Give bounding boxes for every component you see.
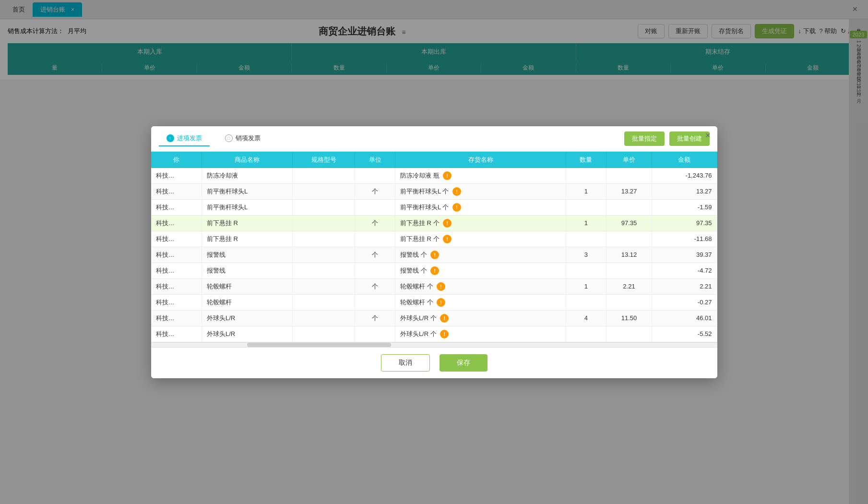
modal-close-button[interactable]: × xyxy=(705,131,711,140)
table-row: 科技… 报警线 个 报警线 个 ! 3 13.12 39.37 xyxy=(151,247,717,263)
cell-supplier: 科技… xyxy=(151,168,202,184)
cell-unit: 个 xyxy=(355,215,395,231)
cell-amount: 13.27 xyxy=(652,183,717,199)
cell-price: 13.12 xyxy=(606,247,652,263)
cell-qty xyxy=(566,231,606,247)
cell-qty: 1 xyxy=(566,278,606,294)
table-header-row: 你 商品名称 规格型号 单位 存货名称 数量 单价 金额 xyxy=(151,152,717,168)
modal-header: ↑ 进项发票 □ 销项发票 批量指定 批量创建 × xyxy=(151,126,717,152)
cell-spec xyxy=(293,247,355,263)
cell-supplier: 科技… xyxy=(151,199,202,215)
cell-amount: -5.52 xyxy=(652,326,717,342)
save-button[interactable]: 保存 xyxy=(440,354,488,372)
cell-unit xyxy=(355,199,395,215)
modal-dialog: ↑ 进项发票 □ 销项发票 批量指定 批量创建 × 你 商品名 xyxy=(151,126,717,378)
cell-inventory: 前平衡杆球头L 个 ! xyxy=(395,183,566,199)
tab-incoming-invoice[interactable]: ↑ 进项发票 xyxy=(159,131,210,146)
cell-amount: 39.37 xyxy=(652,247,717,263)
scrollbar-thumb[interactable] xyxy=(247,343,391,347)
cancel-button[interactable]: 取消 xyxy=(381,354,430,372)
cell-qty xyxy=(566,199,606,215)
cell-product: 外球头L/R xyxy=(202,326,292,342)
th-inventory-name: 存货名称 xyxy=(395,152,566,168)
warning-icon: ! xyxy=(443,219,452,228)
cell-inventory: 轮毂螺杆 个 ! xyxy=(395,294,566,310)
invoice-table: 你 商品名称 规格型号 单位 存货名称 数量 单价 金额 科技… 防冻冷却液 xyxy=(151,152,717,342)
modal-overlay: ↑ 进项发票 □ 销项发票 批量指定 批量创建 × 你 商品名 xyxy=(0,0,868,504)
cell-spec xyxy=(293,294,355,310)
cell-product: 前下悬挂 R xyxy=(202,215,292,231)
warning-icon: ! xyxy=(443,235,452,243)
table-body: 科技… 防冻冷却液 防冻冷却液 瓶 ! -1,243.76 科技… 前平衡杆球头… xyxy=(151,168,717,342)
cell-unit xyxy=(355,231,395,247)
cell-spec xyxy=(293,326,355,342)
cell-qty xyxy=(566,294,606,310)
cell-supplier: 科技… xyxy=(151,278,202,294)
tab-outgoing-invoice[interactable]: □ 销项发票 xyxy=(217,131,268,146)
cell-spec xyxy=(293,263,355,278)
cell-price: 97.35 xyxy=(606,215,652,231)
cell-amount: 97.35 xyxy=(652,215,717,231)
cell-supplier: 科技… xyxy=(151,263,202,278)
cell-amount: -4.72 xyxy=(652,263,717,278)
cell-amount: -1.59 xyxy=(652,199,717,215)
cell-inventory: 前下悬挂 R 个 ! xyxy=(395,231,566,247)
cell-product: 前平衡杆球头L xyxy=(202,183,292,199)
cell-spec xyxy=(293,310,355,326)
warning-icon: ! xyxy=(452,203,461,212)
cell-price: 13.27 xyxy=(606,183,652,199)
warning-icon: ! xyxy=(443,171,452,180)
th-product-name: 商品名称 xyxy=(202,152,292,168)
cell-qty xyxy=(566,168,606,184)
table-row: 科技… 轮毂螺杆 个 轮毂螺杆 个 ! 1 2.21 2.21 xyxy=(151,278,717,294)
horizontal-scrollbar[interactable] xyxy=(151,342,717,347)
warning-icon: ! xyxy=(440,314,449,323)
cell-amount: -0.27 xyxy=(652,294,717,310)
batch-assign-button[interactable]: 批量指定 xyxy=(624,132,665,146)
cell-supplier: 科技… xyxy=(151,215,202,231)
cell-product: 外球头L/R xyxy=(202,310,292,326)
warning-icon: ! xyxy=(430,266,439,275)
cell-qty: 4 xyxy=(566,310,606,326)
cell-spec xyxy=(293,215,355,231)
th-price: 单价 xyxy=(606,152,652,168)
cell-qty: 3 xyxy=(566,247,606,263)
cell-supplier: 科技… xyxy=(151,326,202,342)
cell-product: 防冻冷却液 xyxy=(202,168,292,184)
table-row: 科技… 前平衡杆球头L 个 前平衡杆球头L 个 ! 1 13.27 13.27 xyxy=(151,183,717,199)
cell-inventory: 外球头L/R 个 ! xyxy=(395,310,566,326)
th-supplier: 你 xyxy=(151,152,202,168)
cell-unit xyxy=(355,168,395,184)
warning-icon: ! xyxy=(437,282,445,291)
batch-create-button[interactable]: 批量创建 xyxy=(669,132,710,146)
cell-inventory: 轮毂螺杆 个 ! xyxy=(395,278,566,294)
table-wrapper[interactable]: 你 商品名称 规格型号 单位 存货名称 数量 单价 金额 科技… 防冻冷却液 xyxy=(151,152,717,342)
incoming-tab-icon: ↑ xyxy=(166,134,174,142)
cell-inventory: 防冻冷却液 瓶 ! xyxy=(395,168,566,184)
modal-footer: 取消 保存 xyxy=(151,347,717,378)
cell-inventory: 外球头L/R 个 ! xyxy=(395,326,566,342)
modal-header-actions: 批量指定 批量创建 xyxy=(624,132,710,146)
cell-amount: 2.21 xyxy=(652,278,717,294)
th-amount: 金额 xyxy=(652,152,717,168)
cell-inventory: 报警线 个 ! xyxy=(395,247,566,263)
cell-unit: 个 xyxy=(355,183,395,199)
cell-spec xyxy=(293,168,355,184)
cell-product: 报警线 xyxy=(202,263,292,278)
cell-amount: -1,243.76 xyxy=(652,168,717,184)
table-row: 科技… 防冻冷却液 防冻冷却液 瓶 ! -1,243.76 xyxy=(151,168,717,184)
cell-spec xyxy=(293,183,355,199)
warning-icon: ! xyxy=(440,330,449,338)
cell-unit: 个 xyxy=(355,278,395,294)
cell-qty: 1 xyxy=(566,183,606,199)
cell-supplier: 科技… xyxy=(151,231,202,247)
modal-tabs: ↑ 进项发票 □ 销项发票 xyxy=(159,131,268,146)
cell-price xyxy=(606,168,652,184)
cell-supplier: 科技… xyxy=(151,183,202,199)
th-qty: 数量 xyxy=(566,152,606,168)
cell-unit xyxy=(355,294,395,310)
cell-spec xyxy=(293,199,355,215)
warning-icon: ! xyxy=(452,187,461,196)
table-row: 科技… 前下悬挂 R 前下悬挂 R 个 ! -11.68 xyxy=(151,231,717,247)
cell-qty xyxy=(566,263,606,278)
